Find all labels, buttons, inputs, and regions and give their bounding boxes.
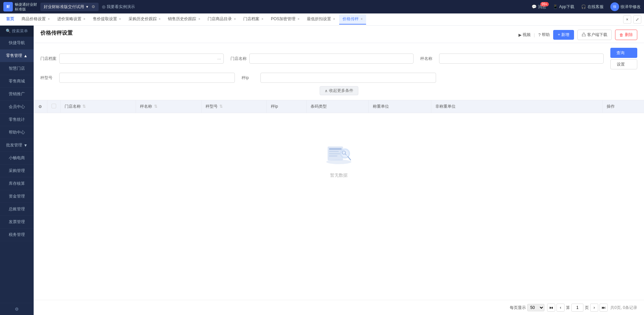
more-options-icon[interactable]: ··· [217, 56, 221, 61]
settings-button[interactable]: 设置 [610, 59, 637, 69]
sidebar-item-purchase[interactable]: 采购管理 [0, 165, 34, 177]
sidebar-item-ecommerce[interactable]: 小畅电商 [0, 152, 34, 165]
sidebar-quick-nav[interactable]: 快捷导航 [0, 37, 34, 49]
gear-icon: ⚙ [15, 307, 19, 312]
sidebar-item-invoice[interactable]: 发票管理 [0, 216, 34, 229]
sidebar-item-finance[interactable]: 资金管理 [0, 190, 34, 203]
th-settings[interactable]: ⚙ [34, 100, 47, 113]
tab-purchase-strategy[interactable]: 进价策略设置 × [54, 14, 89, 25]
sidebar-item-help[interactable]: 帮助中心 [0, 126, 34, 139]
next-page-button[interactable]: › [590, 304, 598, 312]
th-scale-model: 秤型号 ⇅ [201, 100, 266, 113]
settings-icon: ⚙ [38, 104, 42, 109]
close-tab-button[interactable]: × [623, 15, 631, 24]
sidebar-item-retail-mall[interactable]: 零售商城 [0, 75, 34, 88]
scale-name-label: 秤名称 [420, 56, 437, 62]
close-icon[interactable]: × [234, 17, 236, 21]
online-service-button[interactable]: 🎧 在线客服 [581, 4, 604, 10]
tab-min-discount[interactable]: 最低折扣设置 × [303, 14, 338, 25]
top-bar: 财 畅捷通好业财 标准版 好业财标准版交付试用 ▾ ⚙ ◎ 我要看实例演示 💬 … [0, 0, 644, 13]
main-content: 价格传秤设置 ▶ 视频 | ? 帮助 + 新增 凸 [34, 26, 644, 315]
tab-sales-history[interactable]: 销售历史价跟踪 × [165, 14, 204, 25]
sidebar-search[interactable]: 🔍 搜索菜单 [0, 26, 34, 37]
store-archive-input[interactable] [59, 54, 224, 64]
sidebar-item-retail[interactable]: 零售管理 ▲ [0, 49, 34, 62]
demo-link[interactable]: ◎ 我要看实例演示 [102, 4, 135, 10]
close-icon[interactable]: × [198, 17, 200, 21]
messages-badge: 99+ [540, 2, 549, 6]
version-selector[interactable]: 好业财标准版交付试用 ▾ ⚙ [40, 3, 99, 11]
scale-ip-filter: 秤ip [242, 73, 436, 83]
sidebar-item-wholesale[interactable]: 批发管理 ▼ [0, 139, 34, 152]
last-page-button[interactable]: ⏭ [600, 304, 608, 312]
nav-tabs-controls: × ⤢ [623, 15, 641, 24]
collapse-button[interactable]: ∧ 收起更多条件 [320, 86, 358, 95]
close-icon[interactable]: × [261, 17, 263, 21]
store-name-input[interactable] [249, 54, 414, 64]
prev-page-button[interactable]: ‹ [557, 304, 565, 312]
delete-icon: 🗑 [619, 33, 623, 37]
app-logo: 财 畅捷通好业财 标准版 [3, 2, 37, 12]
tab-pos-encrypt[interactable]: POS加密管理 × [267, 14, 303, 25]
close-icon[interactable]: × [159, 17, 161, 21]
logo-text: 畅捷通好业财 标准版 [15, 2, 37, 12]
close-icon[interactable]: × [48, 17, 50, 21]
scale-ip-label: 秤ip [242, 75, 258, 81]
close-icon[interactable]: × [361, 17, 363, 21]
nav-tabs: 首页 商品价格设置 × 进价策略设置 × 售价提取设置 × 采购历史价跟踪 × … [0, 13, 644, 26]
th-weight-unit: 称重单位 [369, 100, 431, 113]
th-scale-name: 秤名称 ⇅ [136, 100, 201, 113]
avatar: 徐 [610, 2, 619, 11]
page-total: 共0页, 0条记录 [610, 305, 637, 311]
sidebar-item-marketing[interactable]: 营销推广 [0, 88, 34, 101]
svg-line-8 [348, 156, 351, 160]
sidebar-item-smart-store[interactable]: 智慧门店 [0, 62, 34, 75]
logo-icon: 财 [3, 2, 13, 11]
first-page-button[interactable]: ⏮ [547, 304, 555, 312]
tab-price-scale[interactable]: 价格传秤 × [339, 14, 366, 25]
page-size-select[interactable]: 10 20 50 100 [527, 304, 544, 311]
th-barcode-type: 条码类型 [306, 100, 369, 113]
demo-icon: ◎ [102, 4, 105, 9]
close-icon[interactable]: × [83, 17, 85, 21]
page-navigation: ⏮ ‹ 算 页 › ⏭ [547, 304, 608, 312]
scale-name-input[interactable] [439, 54, 604, 64]
settings-icon[interactable]: ⚙ [92, 4, 95, 9]
sidebar-item-tax[interactable]: 税务管理 [0, 229, 34, 241]
user-info[interactable]: 徐 徐泽华修改 [610, 2, 641, 11]
page-input[interactable] [571, 304, 583, 312]
tab-home[interactable]: 首页 [3, 14, 17, 25]
tab-price-settings[interactable]: 商品价格设置 × [18, 14, 53, 25]
sidebar-settings-button[interactable]: ⚙ [0, 303, 34, 315]
sidebar-item-retail-stats[interactable]: 零售统计 [0, 113, 34, 126]
sidebar-item-member[interactable]: 会员中心 [0, 101, 34, 113]
svg-rect-3 [329, 151, 339, 152]
app-download-button[interactable]: 📱 App下载 [553, 4, 574, 10]
close-icon[interactable]: × [119, 17, 121, 21]
scale-model-filter: 秤型号 [40, 73, 235, 83]
tab-sale-extract[interactable]: 售价提取设置 × [90, 14, 124, 25]
close-icon[interactable]: × [333, 17, 335, 21]
help-link[interactable]: ? 帮助 [538, 32, 550, 38]
tab-store-catalog[interactable]: 门店商品目录 × [204, 14, 239, 25]
sidebar-item-ledger[interactable]: 总账管理 [0, 203, 34, 216]
query-button[interactable]: 查询 [610, 48, 637, 58]
headset-icon: 🎧 [581, 4, 586, 9]
add-button[interactable]: + 新增 [553, 30, 574, 40]
phone-icon: 📱 [553, 4, 558, 9]
sidebar-item-inventory[interactable]: 库存核算 [0, 177, 34, 190]
delete-button[interactable]: 🗑 删除 [615, 30, 637, 40]
video-link[interactable]: ▶ 视频 [518, 32, 531, 38]
scale-model-input[interactable] [59, 73, 235, 83]
th-checkbox[interactable] [47, 100, 60, 113]
th-scale-ip: 秤ip [266, 100, 306, 113]
tab-purchase-history[interactable]: 采购历史价跟踪 × [125, 14, 164, 25]
scale-ip-input[interactable] [260, 73, 436, 83]
tab-store-archive[interactable]: 门店档案 × [240, 14, 267, 25]
messages-button[interactable]: 💬 消息 99+ [532, 4, 546, 10]
download-button[interactable]: 凸 客户端下载 [577, 30, 612, 40]
close-icon[interactable]: × [297, 17, 299, 21]
store-name-label: 门店名称 [230, 56, 247, 62]
expand-tab-button[interactable]: ⤢ [633, 15, 641, 24]
select-all-checkbox[interactable] [51, 104, 56, 108]
